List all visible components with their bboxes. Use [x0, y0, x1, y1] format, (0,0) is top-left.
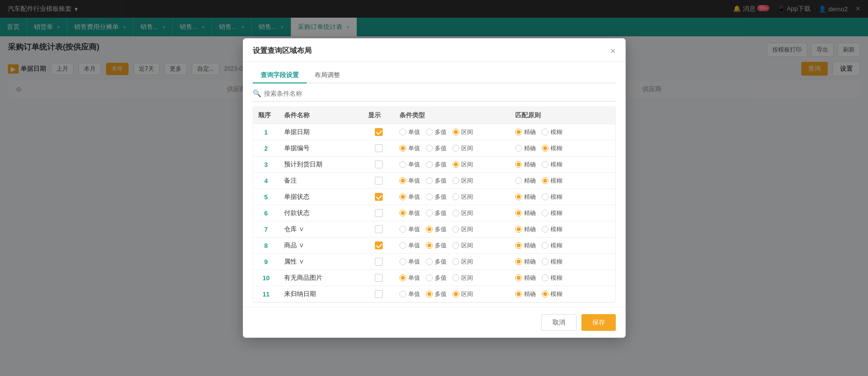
dialog-close-button[interactable]: × — [610, 47, 616, 55]
dialog: 设置查询区域布局 × 查询字段设置 布局调整 🔍 顺序 — [243, 38, 626, 105]
dialog-tab-layout[interactable]: 布局调整 — [307, 68, 348, 83]
dialog-title: 设置查询区域布局 — [253, 46, 312, 55]
search-icon: 🔍 — [253, 89, 261, 97]
dialog-body: 查询字段设置 布局调整 🔍 顺序 条件名称 显示 条件类型 — [243, 62, 626, 105]
dialog-search-bar: 🔍 — [253, 89, 616, 102]
search-input[interactable] — [264, 90, 616, 97]
dialog-header: 设置查询区域布局 × — [243, 38, 626, 62]
dialog-overlay: 设置查询区域布局 × 查询字段设置 布局调整 🔍 顺序 — [0, 0, 868, 105]
dialog-tab-query-fields[interactable]: 查询字段设置 — [253, 68, 307, 83]
dialog-tabs: 查询字段设置 布局调整 — [253, 68, 616, 83]
